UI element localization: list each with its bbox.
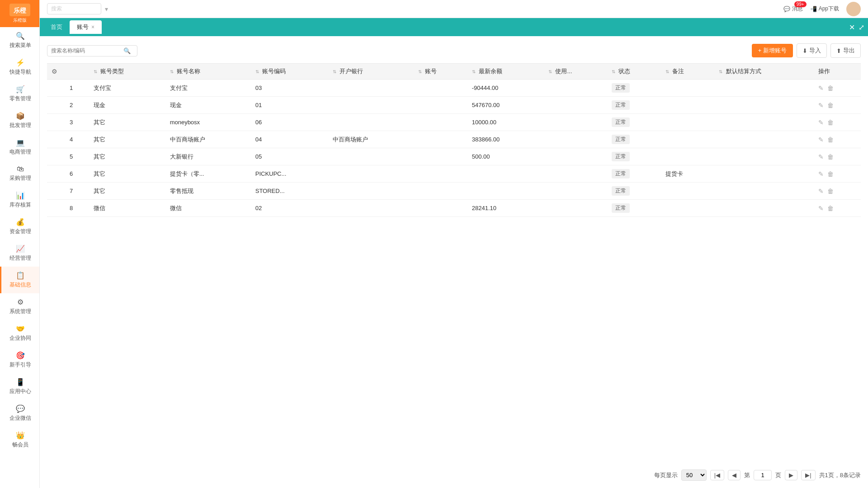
top-search-box: 搜索 (47, 3, 101, 14)
edit-icon[interactable]: ✎ (818, 153, 824, 160)
cell-status: 正常 (607, 165, 661, 183)
status-badge: 正常 (612, 203, 630, 213)
sidebar-item-search-menu[interactable]: 🔍 搜索菜单 (0, 27, 39, 54)
new-guide-icon: 🎯 (16, 351, 25, 360)
expand-icon[interactable]: ⤢ (859, 23, 864, 32)
add-account-button[interactable]: + 新增账号 (752, 44, 793, 57)
page-size-select[interactable]: 50 100 200 (681, 469, 707, 481)
cell-account (414, 80, 467, 97)
sort-icon: ⇅ (665, 69, 669, 74)
sidebar-item-ops[interactable]: 📈 经营管理 (0, 240, 39, 267)
chevron-down-icon[interactable]: ▾ (105, 5, 108, 13)
edit-icon[interactable]: ✎ (818, 84, 824, 92)
delete-icon[interactable]: 🗑 (827, 170, 834, 178)
sidebar-item-wholesale[interactable]: 📦 批发管理 (0, 107, 39, 134)
cell-code: 05 (251, 148, 328, 165)
table-row: 1 支付宝 支付宝 03 -90444.00 正常 ✎ 🗑 (47, 80, 861, 97)
edit-icon[interactable]: ✎ (818, 188, 824, 195)
sort-icon: ⇅ (548, 69, 552, 74)
sidebar-item-label: 企业协同 (9, 334, 31, 342)
page-number-input[interactable] (754, 470, 772, 480)
delete-icon[interactable]: 🗑 (827, 188, 834, 195)
cell-index: 2 (65, 97, 89, 114)
sidebar-item-capital[interactable]: 💰 资金管理 (0, 213, 39, 240)
sidebar: 乐橙 乐橙版 🔍 搜索菜单 ⚡ 快捷导航 🛒 零售管理 📦 批发管理 💻 电商管… (0, 0, 40, 488)
th-balance[interactable]: ⇅ 最新余额 (467, 64, 544, 80)
tab-home[interactable]: 首页 (43, 20, 70, 34)
sidebar-item-app-center[interactable]: 📱 应用中心 (0, 373, 39, 400)
edit-icon[interactable]: ✎ (818, 102, 824, 109)
th-settings[interactable]: ⚙ (47, 64, 65, 80)
edit-icon[interactable]: ✎ (818, 119, 824, 126)
cell-bank (328, 148, 414, 165)
prev-page-button[interactable]: ◀ (728, 470, 741, 480)
table-row: 3 其它 moneybosx 06 10000.00 正常 ✎ 🗑 (47, 114, 861, 131)
sidebar-item-member[interactable]: 👑 畅会员 (0, 427, 39, 453)
th-bank[interactable]: ⇅ 开户银行 (328, 64, 414, 80)
sidebar-item-new-guide[interactable]: 🎯 新手引导 (0, 347, 39, 373)
cell-default-settlement (714, 165, 813, 183)
tab-close-icon[interactable]: × (91, 24, 94, 30)
sidebar-item-basic-info[interactable]: 📋 基础信息 (0, 267, 39, 293)
status-badge: 正常 (612, 152, 630, 161)
sidebar-item-corp-agreement[interactable]: 🤝 企业协同 (0, 320, 39, 347)
sort-icon: ⇅ (612, 69, 615, 74)
cell-usage (544, 165, 607, 183)
user-avatar[interactable] (846, 2, 861, 16)
edit-icon[interactable]: ✎ (818, 170, 824, 178)
sidebar-item-sys[interactable]: ⚙ 系统管理 (0, 293, 39, 320)
search-input[interactable] (51, 47, 123, 54)
status-badge: 正常 (612, 135, 630, 144)
cell-default-settlement (714, 200, 813, 217)
edit-icon[interactable]: ✎ (818, 136, 824, 143)
sidebar-item-purchase[interactable]: 🛍 采购管理 (0, 160, 39, 187)
sidebar-item-quick-nav[interactable]: ⚡ 快捷导航 (0, 54, 39, 80)
cell-usage (544, 80, 607, 97)
status-badge: 正常 (612, 117, 630, 127)
delete-icon[interactable]: 🗑 (827, 84, 834, 92)
th-default-settlement[interactable]: ⇅ 默认结算方式 (714, 64, 813, 80)
delete-icon[interactable]: 🗑 (827, 205, 834, 212)
cell-code: 06 (251, 114, 328, 131)
last-page-button[interactable]: ▶| (801, 470, 815, 480)
export-button[interactable]: ⬆ 导出 (830, 43, 861, 58)
cell-account (414, 97, 467, 114)
purchase-icon: 🛍 (17, 165, 24, 173)
import-button[interactable]: ⬇ 导入 (797, 43, 827, 58)
delete-icon[interactable]: 🗑 (827, 153, 834, 160)
cell-action: ✎ 🗑 (814, 148, 861, 165)
delete-icon[interactable]: 🗑 (827, 102, 834, 109)
th-account[interactable]: ⇅ 账号 (414, 64, 467, 80)
status-badge: 正常 (612, 186, 630, 196)
app-download-label: App下载 (819, 5, 839, 13)
first-page-button[interactable]: |◀ (710, 470, 724, 480)
action-icons: ✎ 🗑 (818, 119, 856, 126)
sidebar-item-retail[interactable]: 🛒 零售管理 (0, 80, 39, 107)
action-icons: ✎ 🗑 (818, 102, 856, 109)
next-page-button[interactable]: ▶ (785, 470, 797, 480)
delete-icon[interactable]: 🗑 (827, 136, 834, 143)
th-remark[interactable]: ⇅ 备注 (661, 64, 715, 80)
th-name[interactable]: ⇅ 账号名称 (165, 64, 251, 80)
sidebar-item-ecommerce[interactable]: 💻 电商管理 (0, 134, 39, 160)
tab-bar: 首页 账号 × ✕ ⤢ (40, 18, 868, 36)
th-status[interactable]: ⇅ 状态 (607, 64, 661, 80)
cell-name: moneybosx (165, 114, 251, 131)
th-type[interactable]: ⇅ 账号类型 (89, 64, 165, 80)
cell-type: 其它 (89, 114, 165, 131)
tab-account[interactable]: 账号 × (70, 20, 102, 34)
close-tab-icon[interactable]: ✕ (849, 23, 855, 32)
app-download-button[interactable]: 📲 App下载 (810, 5, 839, 13)
delete-icon[interactable]: 🗑 (827, 119, 834, 126)
sidebar-item-corp-wechat[interactable]: 💬 企业微信 (0, 400, 39, 427)
edit-icon[interactable]: ✎ (818, 205, 824, 212)
search-icon[interactable]: 🔍 (123, 47, 131, 54)
cell-code: 03 (251, 80, 328, 97)
sidebar-item-inventory[interactable]: 📊 库存核算 (0, 187, 39, 213)
th-code[interactable]: ⇅ 账号编码 (251, 64, 328, 80)
message-button[interactable]: 💬 消息 99+ (783, 5, 803, 13)
cell-code: STORED... (251, 183, 328, 200)
cell-status: 正常 (607, 80, 661, 97)
th-usage[interactable]: ⇅ 使用... (544, 64, 607, 80)
settings-icon: ⚙ (52, 68, 57, 75)
